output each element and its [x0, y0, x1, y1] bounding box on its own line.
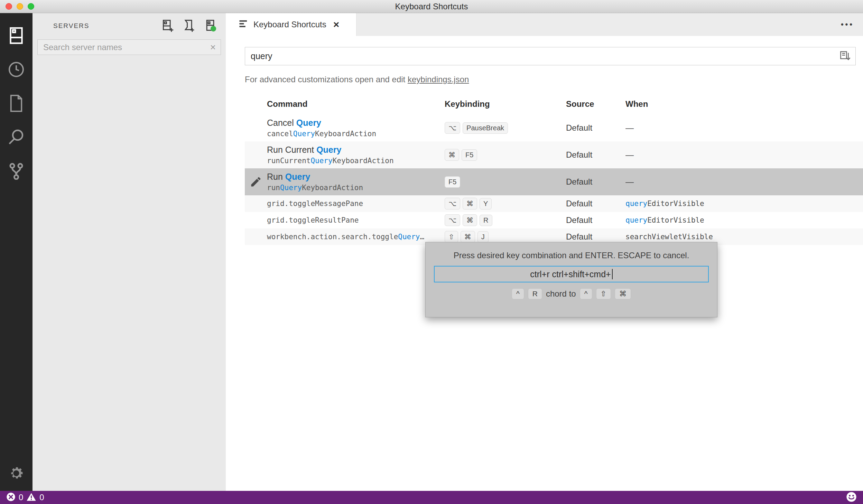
sidebar-item-search[interactable]	[0, 121, 33, 155]
key-badge: ⌥	[445, 198, 460, 209]
keybinding-search-input[interactable]	[250, 51, 839, 62]
keybindings-json-link[interactable]: keybindings.json	[408, 75, 469, 84]
sidebar-item-source-control[interactable]	[0, 155, 33, 189]
sort-by-precedence-icon[interactable]	[839, 50, 851, 62]
server-explorer-icon	[9, 27, 24, 46]
source-cell: Default	[566, 199, 625, 208]
maximize-window-button[interactable]	[28, 3, 34, 10]
server-search-input[interactable]	[43, 42, 210, 53]
text-segment: KeyboardAction	[302, 184, 363, 192]
keybinding-cell: ⌘F5	[445, 149, 566, 161]
chord-preview: ^Rchord to^⇧⌘	[426, 288, 717, 299]
file-icon	[9, 95, 24, 113]
command-id: runCurrentQueryKeyboardAction	[267, 156, 445, 166]
source-cell: Default	[566, 215, 625, 225]
table-rows: Cancel QuerycancelQueryKeyboardAction⌥Pa…	[226, 114, 863, 245]
text-segment: Run	[267, 172, 285, 181]
sidebar-header: SERVERS	[33, 13, 226, 39]
when-cell: —	[625, 123, 863, 133]
error-count: 0	[19, 493, 23, 502]
sidebar-item-task-history[interactable]	[0, 53, 33, 87]
chord-key-badge: ⌘	[615, 288, 631, 299]
text-segment: grid.toggleMessagePane	[267, 199, 363, 208]
key-badge: R	[480, 215, 492, 226]
table-row-selected[interactable]: Run QueryrunQueryKeyboardActionF5Default…	[245, 168, 863, 195]
editor-more-actions-icon[interactable]: •••	[841, 13, 854, 36]
source-cell: Default	[566, 232, 625, 242]
problems-status[interactable]: 0 0	[6, 492, 44, 503]
source-cell: Default	[566, 123, 625, 133]
history-clock-icon	[8, 61, 25, 79]
keybinding-cell: ⌥⌘Y	[445, 198, 566, 209]
when-cell: queryEditorVisible	[625, 199, 863, 208]
search-highlight: query	[625, 199, 647, 208]
new-connection-icon[interactable]	[161, 19, 174, 33]
text-segment: —	[625, 177, 634, 186]
new-server-group-icon[interactable]	[183, 19, 195, 33]
header-keybinding: Keybinding	[445, 99, 566, 109]
search-highlight: Query	[280, 184, 302, 192]
keyboard-shortcuts-list-icon	[239, 19, 248, 30]
clear-search-icon[interactable]: ×	[210, 43, 216, 52]
row-gutter	[245, 141, 267, 168]
tab-bar: Keyboard Shortcuts × •••	[226, 13, 863, 36]
keybinding-capture-input[interactable]: ctrl+r ctrl+shift+cmd+	[434, 266, 709, 282]
settings-button[interactable]	[0, 457, 33, 491]
search-icon	[8, 129, 25, 147]
app-window: Keyboard Shortcuts	[0, 0, 863, 504]
command-label: Run Current Query	[267, 144, 445, 156]
table-row[interactable]: Run Current QueryrunCurrentQueryKeyboard…	[245, 141, 863, 168]
minimize-window-button[interactable]	[17, 3, 23, 10]
key-badge: ⌥	[445, 214, 460, 226]
close-window-button[interactable]	[6, 3, 12, 10]
keybinding-cell: ⌥PauseBreak	[445, 122, 566, 134]
row-gutter	[245, 228, 267, 245]
text-caret	[612, 269, 613, 279]
titlebar: Keyboard Shortcuts	[0, 0, 863, 13]
capture-input-value: ctrl+r ctrl+shift+cmd+	[530, 269, 611, 279]
keybinding-search-box[interactable]	[245, 47, 856, 65]
smiley-icon	[846, 492, 857, 504]
server-search-box[interactable]: ×	[37, 39, 221, 55]
key-badge: ⌘	[461, 231, 475, 243]
feedback-button[interactable]	[846, 492, 857, 504]
hint-text: For advanced customizations open and edi…	[245, 75, 408, 84]
active-connections-icon[interactable]	[204, 19, 217, 33]
table-row[interactable]: grid.toggleMessagePane⌥⌘YDefaultqueryEdi…	[245, 195, 863, 212]
tab-close-icon[interactable]: ×	[333, 19, 340, 30]
command-cell: Run QueryrunQueryKeyboardAction	[267, 171, 445, 193]
dialog-message: Press desired key combination and ENTER.…	[426, 251, 717, 260]
chord-key-badge: R	[528, 288, 542, 299]
command-cell: workbench.action.search.toggleQuery…	[267, 232, 445, 242]
text-segment: KeyboardAction	[333, 157, 394, 165]
define-keybinding-dialog: Press desired key combination and ENTER.…	[425, 242, 717, 317]
edit-keybinding-pencil-icon[interactable]	[245, 168, 267, 195]
keybinding-cell: ⇧⌘J	[445, 231, 566, 243]
tab-label: Keyboard Shortcuts	[253, 20, 326, 29]
text-segment: —	[625, 150, 634, 159]
command-id: workbench.action.search.toggleQuery…	[267, 232, 445, 242]
text-segment: workbench.action.search.toggle	[267, 233, 398, 241]
when-cell: —	[625, 150, 863, 160]
traffic-lights	[6, 3, 34, 10]
sidebar-item-explorer[interactable]	[0, 87, 33, 121]
source-control-branch-icon	[8, 162, 24, 181]
row-gutter	[245, 212, 267, 228]
error-icon	[6, 492, 16, 503]
window-title: Keyboard Shortcuts	[395, 2, 468, 11]
table-row[interactable]: Cancel QuerycancelQueryKeyboardAction⌥Pa…	[245, 114, 863, 141]
key-badge: PauseBreak	[463, 122, 508, 134]
command-id: grid.toggleMessagePane	[267, 198, 445, 209]
tab-keyboard-shortcuts[interactable]: Keyboard Shortcuts ×	[226, 13, 356, 36]
search-highlight: query	[625, 216, 647, 224]
source-cell: Default	[566, 177, 625, 187]
text-segment: Run Current	[267, 145, 316, 155]
text-segment: KeyboardAction	[315, 130, 376, 138]
header-when: When	[625, 99, 863, 109]
table-row[interactable]: grid.toggleResultPane⌥⌘RDefaultqueryEdit…	[245, 212, 863, 228]
key-badge: ⌘	[445, 149, 459, 161]
command-id: grid.toggleResultPane	[267, 215, 445, 225]
chord-key-badge: ⇧	[596, 288, 611, 299]
sidebar-item-servers[interactable]	[0, 19, 33, 53]
command-id: runQueryKeyboardAction	[267, 183, 445, 193]
